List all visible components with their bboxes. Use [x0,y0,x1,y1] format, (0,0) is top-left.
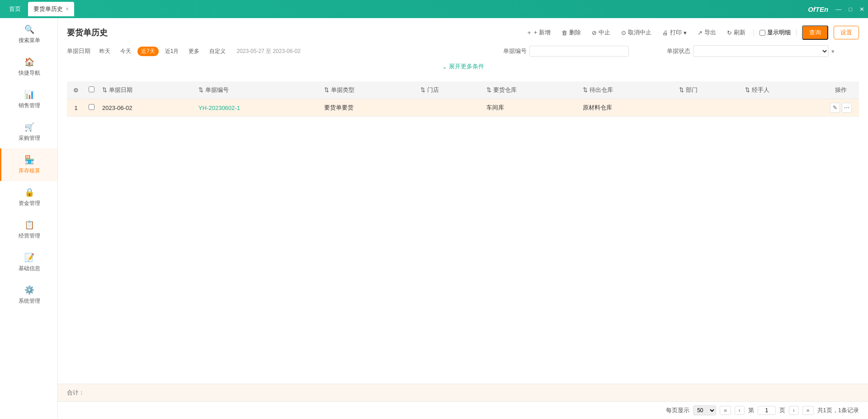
tab-home[interactable]: 首页 [4,2,26,16]
sidebar-item-purchase[interactable]: 🛒 采购管理 [0,116,57,148]
sidebar-item-operations[interactable]: 📋 经营管理 [0,214,57,246]
date-btn-today[interactable]: 今天 [117,47,135,56]
td-checkbox[interactable] [85,99,99,117]
table-container: ⚙ ⇅ 单据日期 ⇅ 单据编号 ⇅ 单据类型 ⇅ 门店 ⇅ 要货仓库 ⇅ 待出仓… [58,81,868,384]
refresh-button[interactable]: ↻ 刷新 [724,27,748,38]
sort-icon-4: ⇅ [420,86,425,93]
print-dropdown-icon: ▾ [684,29,687,36]
window-controls: OfTEn — □ ✕ [808,5,864,13]
close-tab-icon[interactable]: × [66,6,69,12]
toolbar: ＋ + 新增 🗑 删除 ⊘ 中止 ⊙ 取消中止 🖨 打印 [524,25,859,40]
th-req-warehouse[interactable]: ⇅ 要货仓库 [483,81,579,99]
th-doc-date[interactable]: ⇅ 单据日期 [99,81,195,99]
toolbar-divider [754,29,754,36]
td-dept [675,99,741,117]
sidebar-item-purchase-label: 采购管理 [19,134,40,142]
tab-active[interactable]: 要货单历史 × [28,2,74,16]
status-select[interactable] [693,45,829,57]
finance-icon: 🔒 [24,187,34,197]
display-detail-checkbox-group[interactable]: 显示明细 [760,29,791,37]
filter-area: 单据日期 昨天 今天 近7天 近1月 更多 自定义 2023-05-27 至 2… [58,40,868,81]
sidebar-item-inventory[interactable]: 🏪 库存核算 [0,148,57,181]
sidebar-item-sales[interactable]: 📊 销售管理 [0,83,57,116]
th-checkbox [85,81,99,99]
date-btn-7days[interactable]: 近7天 [137,47,159,56]
purchase-icon: 🛒 [24,122,34,132]
stop-button[interactable]: ⊘ 中止 [589,27,613,38]
tab-active-label: 要货单历史 [33,5,63,13]
td-doc-type: 要货单要货 [321,99,417,117]
next-page-btn[interactable]: › [789,406,799,415]
toolbar-divider2 [796,29,797,36]
date-btn-yesterday[interactable]: 昨天 [96,47,114,56]
th-handler[interactable]: ⇅ 经手人 [741,81,823,99]
doc-no-filter-group: 单据编号 [503,46,629,57]
data-table: ⚙ ⇅ 单据日期 ⇅ 单据编号 ⇅ 单据类型 ⇅ 门店 ⇅ 要货仓库 ⇅ 待出仓… [67,81,859,117]
select-all-checkbox[interactable] [89,86,94,92]
sidebar-item-system-label: 系统管理 [19,297,40,305]
export-icon: ↗ [698,29,703,36]
tab-home-label: 首页 [9,5,21,13]
minimize-btn[interactable]: — [835,6,841,13]
th-doc-no[interactable]: ⇅ 单据编号 [195,81,321,99]
td-req-warehouse: 车间库 [483,99,579,117]
delete-button[interactable]: 🗑 删除 [559,27,584,38]
sidebar-item-sales-label: 销售管理 [19,102,40,110]
th-wait-warehouse[interactable]: ⇅ 待出仓库 [579,81,675,99]
th-store[interactable]: ⇅ 门店 [417,81,483,99]
sort-icon: ⇅ [102,86,107,93]
date-btn-1month[interactable]: 近1月 [161,47,183,56]
sidebar-item-search-menu[interactable]: 🔍 搜索菜单 [0,18,57,51]
content-area: 要货单历史 ＋ + 新增 🗑 删除 ⊘ 中止 ⊙ 取消中止 [58,18,868,419]
date-btn-more[interactable]: 更多 [185,47,203,56]
quick-nav-icon: 🏠 [24,57,34,67]
sidebar-item-operations-label: 经营管理 [19,232,40,240]
table-header-row: ⚙ ⇅ 单据日期 ⇅ 单据编号 ⇅ 单据类型 ⇅ 门店 ⇅ 要货仓库 ⇅ 待出仓… [67,81,859,99]
td-op: ✎ ⋯ [823,99,859,117]
row-edit-btn[interactable]: ✎ [830,103,840,113]
row-more-btn[interactable]: ⋯ [842,103,852,113]
basic-info-icon: 📝 [24,252,34,262]
close-window-btn[interactable]: ✕ [859,6,864,13]
th-dept[interactable]: ⇅ 部门 [675,81,741,99]
doc-no-link[interactable]: YH-20230602-1 [198,105,240,111]
export-button[interactable]: ↗ 导出 [695,27,719,38]
display-detail-checkbox[interactable] [760,30,765,36]
page-size-select[interactable]: 50 10 20 100 [693,405,716,415]
first-page-btn[interactable]: « [720,406,731,415]
cancel-stop-button[interactable]: ⊙ 取消中止 [618,27,654,38]
doc-no-input[interactable] [529,46,629,57]
page-size-label: 每页显示 [666,406,689,414]
sidebar-item-finance[interactable]: 🔒 资金管理 [0,181,57,214]
th-settings[interactable]: ⚙ [67,81,85,99]
status-select-dropdown-icon: ▾ [831,48,835,55]
page-number-input[interactable] [758,406,776,415]
last-page-btn[interactable]: » [802,406,814,415]
sidebar-item-basic-info[interactable]: 📝 基础信息 [0,246,57,279]
date-btn-custom[interactable]: 自定义 [206,47,229,56]
expand-more-btn[interactable]: ⌄ 展开更多条件 [437,61,490,72]
td-index: 1 [67,99,85,117]
td-doc-no: YH-20230602-1 [195,99,321,117]
status-filter-group: 单据状态 ▾ [667,45,859,57]
search-menu-icon: 🔍 [24,24,34,34]
th-op: 操作 [823,81,859,99]
page-title: 要货单历史 [67,27,108,38]
new-icon: ＋ [526,29,532,37]
print-button[interactable]: 🖨 打印 ▾ [660,27,689,38]
doc-no-label: 单据编号 [503,47,527,55]
summary-row: 合计： [58,384,868,401]
sidebar-item-quick-nav[interactable]: 🏠 快捷导航 [0,51,57,83]
main-layout: 🔍 搜索菜单 🏠 快捷导航 📊 销售管理 🛒 采购管理 🏪 库存核算 🔒 资金管… [0,18,868,419]
row-checkbox[interactable] [89,104,94,110]
new-button[interactable]: ＋ + 新增 [524,27,553,38]
maximize-btn[interactable]: □ [849,6,852,13]
date-filter-label: 单据日期 [67,47,90,55]
settings-button[interactable]: 设置 [834,26,859,39]
query-button[interactable]: 查询 [802,25,828,40]
th-doc-type[interactable]: ⇅ 单据类型 [321,81,417,99]
prev-page-btn[interactable]: ‹ [735,406,745,415]
sidebar-item-system[interactable]: ⚙️ 系统管理 [0,279,57,311]
filter-row-1: 单据日期 昨天 今天 近7天 近1月 更多 自定义 2023-05-27 至 2… [67,45,859,57]
pagination: 每页显示 50 10 20 100 « ‹ 第 页 › » 共1页，1条记录 [58,401,868,419]
